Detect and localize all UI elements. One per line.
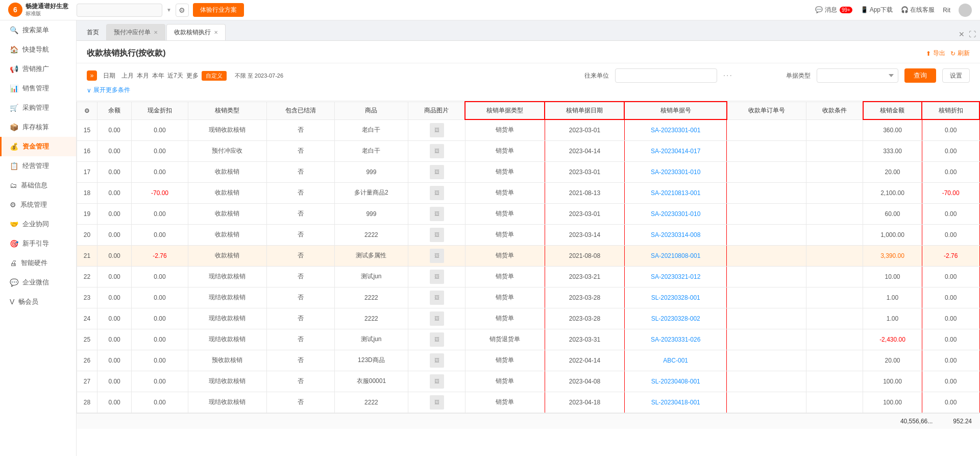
sidebar-item-search[interactable]: 🔍 搜索菜单 xyxy=(0,20,76,40)
cancel-type: 收款核销 xyxy=(188,224,266,245)
cancel-bill-no[interactable]: SL-20230328-002 xyxy=(624,308,726,329)
sidebar-item-member[interactable]: V 畅会员 xyxy=(0,292,76,311)
refresh-btn[interactable]: ↻ 刷新 xyxy=(950,49,970,58)
sidebar-item-collaboration[interactable]: 🤝 企业协同 xyxy=(0,214,76,234)
logo-sub: 标准版 xyxy=(26,10,68,17)
sidebar-item-label: 资金管理 xyxy=(22,142,49,151)
bill-type-select[interactable] xyxy=(817,68,898,83)
receipt-condition xyxy=(806,224,863,245)
cancel-bill-no[interactable]: SA-20230321-012 xyxy=(624,266,726,287)
balance: 0.00 xyxy=(97,224,132,245)
table-area[interactable]: ⚙ 余额 现金折扣 核销类型 包含已结清 商品 商品图片 核销单据类型 核销单据… xyxy=(77,101,980,413)
date-last-month[interactable]: 上月 xyxy=(121,71,134,80)
tab-receipt-cancel[interactable]: 收款核销执行 ✕ xyxy=(166,24,226,40)
sidebar-item-quicknav[interactable]: 🏠 快捷导航 xyxy=(0,40,76,59)
sidebar-item-purchase[interactable]: 🛒 采购管理 xyxy=(0,98,76,117)
sidebar-item-guide[interactable]: 🎯 新手引导 xyxy=(0,234,76,253)
goods: 123D商品 xyxy=(334,350,408,371)
top-search-input[interactable] xyxy=(77,4,162,17)
filter-toggle-btn[interactable]: » xyxy=(87,70,97,81)
cancel-type: 预付冲应收 xyxy=(188,140,266,161)
expand-more-btn[interactable]: ∨ 展开更多条件 xyxy=(87,83,970,95)
sidebar-item-marketing[interactable]: 📢 营销推广 xyxy=(0,59,76,79)
receipt-order-no xyxy=(727,203,806,224)
sidebar-item-system[interactable]: ⚙ 系统管理 xyxy=(0,195,76,214)
cancel-bill-type: 销货单 xyxy=(465,266,545,287)
cancel-bill-date: 2023-03-31 xyxy=(545,329,624,350)
cancel-bill-no[interactable]: SA-20210808-001 xyxy=(624,245,726,266)
cancel-bill-no[interactable]: SL-20230408-001 xyxy=(624,371,726,392)
sidebar-item-inventory[interactable]: 📦 库存核算 xyxy=(0,117,76,137)
close-icon[interactable]: ✕ xyxy=(154,30,158,35)
maximize-icon[interactable]: ⛶ xyxy=(969,30,976,38)
sidebar-item-operations[interactable]: 📋 经营管理 xyxy=(0,156,76,176)
messages-link[interactable]: 💬 消息 99+ xyxy=(815,6,852,14)
receipt-order-no xyxy=(727,287,806,308)
balance: 0.00 xyxy=(97,308,132,329)
date-custom-btn[interactable]: 自定义 xyxy=(202,71,227,81)
user-text: Rit xyxy=(943,7,950,14)
sidebar-item-finance[interactable]: 💰 资金管理 xyxy=(0,137,76,156)
col-balance: 余额 xyxy=(97,102,132,119)
date-last-7days[interactable]: 近7天 xyxy=(167,71,183,80)
sidebar-item-sales[interactable]: 📊 销售管理 xyxy=(0,79,76,98)
cancel-bill-no[interactable]: SA-20230414-017 xyxy=(624,140,726,161)
search-icon: 🔍 xyxy=(10,26,18,34)
page-header: 收款核销执行(按收款) ⬆ 导出 ↻ 刷新 xyxy=(77,41,980,63)
cancel-bill-type: 销货单 xyxy=(465,392,545,413)
date-this-year[interactable]: 本年 xyxy=(152,71,164,80)
cancel-bill-no[interactable]: SL-20230418-001 xyxy=(624,392,726,413)
cancel-discount: 0.00 xyxy=(922,329,979,350)
row-num: 26 xyxy=(77,350,97,371)
cash-discount: 0.00 xyxy=(132,203,188,224)
date-more[interactable]: 更多 xyxy=(186,71,199,80)
sidebar-item-hardware[interactable]: 🖨 智能硬件 xyxy=(0,253,76,273)
industry-btn[interactable]: 体验行业方案 xyxy=(193,3,244,17)
sales-icon: 📊 xyxy=(10,84,18,92)
cancel-bill-no[interactable]: SA-20230301-010 xyxy=(624,203,726,224)
close-icon[interactable]: ✕ xyxy=(214,30,218,35)
cancel-bill-no[interactable]: SL-20230328-001 xyxy=(624,287,726,308)
top-bar-right: 💬 消息 99+ 📱 App下载 🎧 在线客服 Rit xyxy=(815,4,972,17)
total-discount: 952.24 xyxy=(953,418,972,425)
chevron-down-icon[interactable]: ▼ xyxy=(166,7,172,13)
table-row: 210.00-2.76收款核销否测试多属性🖼销货单2021-08-08SA-20… xyxy=(77,245,980,266)
cancel-bill-no[interactable]: SA-20210813-001 xyxy=(624,182,726,203)
goods: 老白干 xyxy=(334,140,408,161)
cancel-bill-no[interactable]: SA-20230314-008 xyxy=(624,224,726,245)
avatar[interactable] xyxy=(959,4,972,17)
settings-btn[interactable]: 设置 xyxy=(942,68,970,83)
cancel-bill-no[interactable]: SA-20230301-010 xyxy=(624,161,726,182)
export-btn[interactable]: ⬆ 导出 xyxy=(926,49,945,58)
balance: 0.00 xyxy=(97,329,132,350)
balance: 0.00 xyxy=(97,392,132,413)
goods-img: 🖼 xyxy=(408,119,465,140)
col-cancel-type: 核销类型 xyxy=(188,102,266,119)
source-unit-input[interactable] xyxy=(615,68,717,83)
receipt-order-no xyxy=(727,371,806,392)
settings-icon[interactable]: ⚙ xyxy=(176,4,189,17)
include-settled: 否 xyxy=(267,203,334,224)
goods-img: 🖼 xyxy=(408,392,465,413)
tab-prepayment[interactable]: 预付冲应付单 ✕ xyxy=(106,24,165,40)
goods: 衣服00001 xyxy=(334,371,408,392)
goods: 2222 xyxy=(334,308,408,329)
close-tab-icon[interactable]: ✕ xyxy=(959,30,965,38)
table-row: 150.000.00现销收款核销否老白干🖼销货单2023-03-01SA-202… xyxy=(77,119,980,140)
cancel-discount: -2.76 xyxy=(922,245,979,266)
query-btn[interactable]: 查询 xyxy=(904,68,936,83)
date-this-month[interactable]: 本月 xyxy=(137,71,149,80)
sidebar-item-basic-info[interactable]: 🗂 基础信息 xyxy=(0,176,76,195)
col-settings[interactable]: ⚙ xyxy=(77,102,97,119)
cancel-amount: 2,100.00 xyxy=(863,182,922,203)
tab-home[interactable]: 首页 xyxy=(81,24,105,40)
balance: 0.00 xyxy=(97,371,132,392)
online-service-link[interactable]: 🎧 在线客服 xyxy=(901,6,935,14)
cancel-bill-no[interactable]: SA-20230331-026 xyxy=(624,329,726,350)
app-download-link[interactable]: 📱 App下载 xyxy=(861,6,893,14)
cancel-bill-no[interactable]: ABC-001 xyxy=(624,350,726,371)
cancel-bill-no[interactable]: SA-20230301-001 xyxy=(624,119,726,140)
cash-discount: 0.00 xyxy=(132,371,188,392)
sidebar-item-wechat[interactable]: 💬 企业微信 xyxy=(0,273,76,292)
row-num: 24 xyxy=(77,308,97,329)
